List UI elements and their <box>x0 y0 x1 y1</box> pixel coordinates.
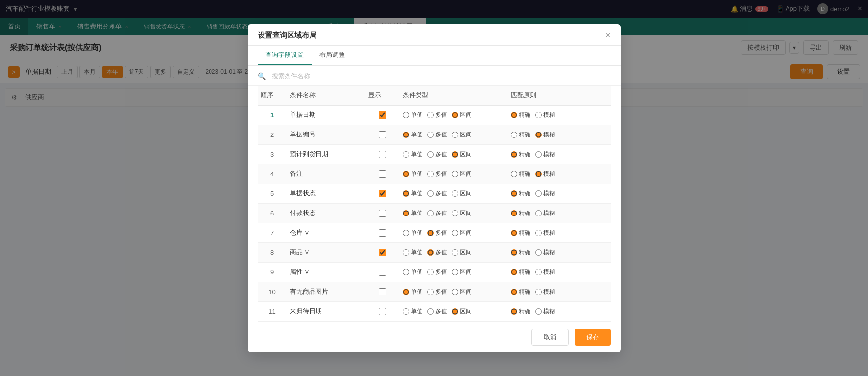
dialog-settings: 设置查询区域布局 × 查询字段设置 布局调整 🔍 顺序 条件名称 显示 条件类型 <box>248 24 621 112</box>
col-header-display: 显示 <box>366 87 400 104</box>
tab-query-fields-label: 查询字段设置 <box>265 51 304 58</box>
modal-overlay: 设置查询区域布局 × 查询字段设置 布局调整 🔍 顺序 条件名称 显示 条件类型 <box>0 0 868 111</box>
row-condition-type: 单值多值区间 <box>400 107 508 112</box>
dialog-tabs: 查询字段设置 布局调整 <box>248 46 621 66</box>
tab-query-fields[interactable]: 查询字段设置 <box>258 46 312 65</box>
search-input[interactable] <box>269 71 367 81</box>
match-type-exact[interactable]: 精确 <box>511 111 530 112</box>
dialog-table-header: 顺序 条件名称 显示 条件类型 匹配原则 <box>258 86 611 106</box>
col-header-name: 条件名称 <box>287 87 366 104</box>
dialog-title: 设置查询区域布局 <box>258 31 316 40</box>
condition-type-single[interactable]: 单值 <box>403 111 422 112</box>
tab-layout-adjust-label: 布局调整 <box>319 51 345 58</box>
dialog-table-body: 1单据日期单值多值区间精确模糊2单据编号单值多值区间精确模糊3预计到货日期单值多… <box>248 106 621 112</box>
dialog-table-header-wrapper: 顺序 条件名称 显示 条件类型 匹配原则 <box>248 86 621 106</box>
dialog-header: 设置查询区域布局 × <box>248 24 621 46</box>
dialog-close-button[interactable]: × <box>605 31 611 40</box>
condition-type-multi[interactable]: 多值 <box>427 111 447 112</box>
condition-type-range[interactable]: 区间 <box>452 111 472 112</box>
row-name: 单据日期 <box>287 107 366 111</box>
col-header-match: 匹配原则 <box>508 87 606 104</box>
display-checkbox[interactable] <box>379 111 386 112</box>
row-display[interactable] <box>366 107 400 112</box>
dialog-search-bar: 🔍 <box>248 66 621 86</box>
col-header-type: 条件类型 <box>400 87 508 104</box>
col-header-seq: 顺序 <box>258 87 287 104</box>
row-match: 精确模糊 <box>508 107 606 112</box>
table-row: 1单据日期单值多值区间精确模糊 <box>258 106 611 112</box>
search-icon: 🔍 <box>258 72 266 80</box>
tab-layout-adjust[interactable]: 布局调整 <box>312 46 353 65</box>
row-seq: 1 <box>258 107 287 112</box>
match-type-fuzzy[interactable]: 模糊 <box>535 111 555 112</box>
